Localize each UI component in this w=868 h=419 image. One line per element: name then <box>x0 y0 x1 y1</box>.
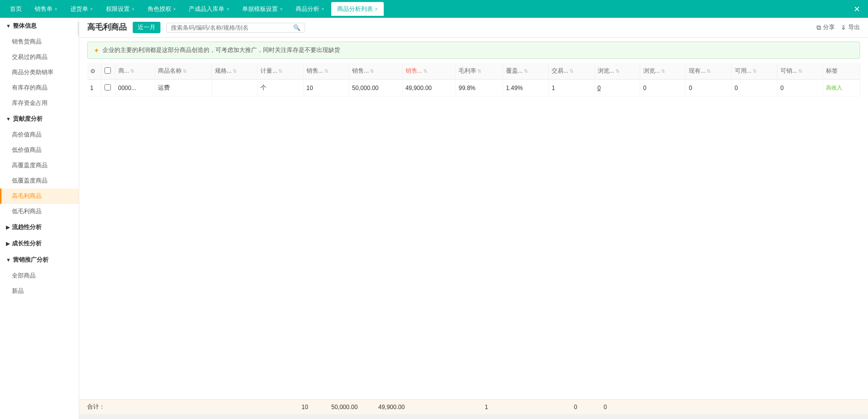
nav-tab-product[interactable]: 产成品入库单 × <box>183 2 235 16</box>
sidebar-item-stock-capital[interactable]: 库存资金占用 <box>0 95 79 111</box>
sidebar-item-traded-goods[interactable]: 交易过的商品 <box>0 49 79 65</box>
info-icon: ✦ <box>94 47 100 54</box>
nav-tab-purchase[interactable]: 进货单 × <box>64 2 99 16</box>
sidebar-group-overview-label: 整体信息 <box>13 22 37 30</box>
nav-tab-analysis-label: 商品分析 <box>296 5 319 13</box>
sidebar-group-trend-label: 流趋性分析 <box>12 223 42 232</box>
nav-home[interactable]: 首页 <box>4 2 28 16</box>
nav-home-label: 首页 <box>10 5 22 13</box>
sidebar-item-in-stock[interactable]: 有库存的商品 <box>0 80 79 95</box>
sidebar-item-high-value[interactable]: 高价值商品 <box>0 127 79 142</box>
col-spec[interactable]: 规格...⇅ <box>212 63 257 80</box>
nav-tab-template-close[interactable]: × <box>280 6 283 12</box>
sidebar-item-all-goods[interactable]: 全部商品 <box>0 268 79 283</box>
arrow-right-icon: ▶ <box>6 225 10 230</box>
sidebar-item-low-coverage[interactable]: 低覆盖度商品 <box>0 173 79 188</box>
col-browse1[interactable]: 浏览...⇅ <box>594 63 640 80</box>
sidebar-item-high-coverage[interactable]: 高覆盖度商品 <box>0 158 79 173</box>
col-available-stock[interactable]: 可用...⇅ <box>731 63 777 80</box>
cell-spec <box>212 80 257 96</box>
footer-sales-cost: 49,900.00 <box>378 404 425 411</box>
sidebar-item-new-goods[interactable]: 新品 <box>0 283 79 299</box>
footer-sales-amount: 50,000.00 <box>331 404 378 411</box>
nav-tab-permission[interactable]: 权限设置 × <box>100 2 141 16</box>
col-name[interactable]: 商品名称⇅ <box>155 63 212 80</box>
cell-available-stock: 0 <box>731 80 777 96</box>
sidebar-group-trend[interactable]: ▶ 流趋性分析 <box>0 219 79 235</box>
cell-name: 运费 <box>155 80 212 96</box>
table-wrap: ⚙ 商...⇅ 商品名称⇅ 规格...⇅ 计量...⇅ 销售...⇅ 销售...… <box>79 63 868 399</box>
nav-tab-role[interactable]: 角色授权 × <box>142 2 182 16</box>
sidebar-group-growth-label: 成长性分析 <box>12 239 42 248</box>
sidebar-item-category-rate[interactable]: 商品分类助销率 <box>0 65 79 80</box>
col-transaction[interactable]: 交易...⇅ <box>549 63 594 80</box>
col-sales-cost[interactable]: 销售...⇅ <box>402 63 456 80</box>
export-button[interactable]: ⇓ 导出 <box>841 23 860 32</box>
col-sales-amount[interactable]: 销售...⇅ <box>349 63 403 80</box>
search-icon[interactable]: 🔍 <box>293 24 301 31</box>
arrow-right-icon2: ▶ <box>6 241 10 246</box>
footer-sales-qty: 10 <box>302 404 331 411</box>
main-layout: « ▼ 整体信息 销售货商品 交易过的商品 商品分类助销率 有库存的商品 库存资… <box>0 18 868 419</box>
info-banner: ✦ 企业的主要的利润都是这部分商品创造的，可考虑加大推广，同时关注库存是不要出现… <box>87 42 860 59</box>
cell-current-stock: 0 <box>686 80 731 96</box>
sidebar-group-marketing[interactable]: ▼ 营销推广分析 <box>0 252 79 268</box>
nav-tab-analysis-list-close[interactable]: × <box>375 6 378 12</box>
col-tag[interactable]: 标签 <box>823 63 860 80</box>
nav-tab-sales[interactable]: 销售单 × <box>29 2 63 16</box>
sidebar-item-low-value[interactable]: 低价值商品 <box>0 142 79 158</box>
cell-sales-qty: 10 <box>303 80 349 96</box>
col-current-stock[interactable]: 现有...⇅ <box>686 63 731 80</box>
nav-tab-template[interactable]: 单据模板设置 × <box>236 2 289 16</box>
col-browse2[interactable]: 浏览...⇅ <box>640 63 685 80</box>
export-icon: ⇓ <box>841 24 846 31</box>
share-button[interactable]: ⧉ 分享 <box>817 23 835 32</box>
sidebar-group-contribution[interactable]: ▼ 贡献度分析 <box>0 111 79 127</box>
share-icon: ⧉ <box>817 24 821 32</box>
cell-tag: 高收入 <box>823 80 860 96</box>
cell-browse1[interactable]: 0 <box>594 80 640 96</box>
table-header-row: ⚙ 商...⇅ 商品名称⇅ 规格...⇅ 计量...⇅ 销售...⇅ 销售...… <box>87 63 860 80</box>
cell-sales-amount: 50,000.00 <box>349 80 403 96</box>
col-settings[interactable]: ⚙ <box>87 63 101 80</box>
nav-tab-analysis-list[interactable]: 商品分析列表 × <box>331 2 384 16</box>
sidebar-item-low-margin[interactable]: 低毛利商品 <box>0 204 79 219</box>
cell-transaction: 1 <box>549 80 594 96</box>
export-label: 导出 <box>848 23 860 32</box>
content-area: 高毛利商品 近一月 🔍 ⧉ 分享 ⇓ 导出 ✦ 企业的主要的利润都是这部分商品创… <box>79 18 868 419</box>
nav-tab-analysis[interactable]: 商品分析 × <box>290 2 330 16</box>
col-coverage[interactable]: 覆盖...⇅ <box>503 63 548 80</box>
bottom-scrollbar[interactable] <box>79 414 868 419</box>
sidebar-item-high-margin[interactable]: 高毛利商品 <box>0 188 79 204</box>
date-filter-button[interactable]: 近一月 <box>133 22 160 33</box>
col-code[interactable]: 商...⇅ <box>115 63 155 80</box>
col-unit[interactable]: 计量...⇅ <box>257 63 303 80</box>
sidebar-collapse-button[interactable]: « <box>78 22 79 36</box>
nav-tab-template-label: 单据模板设置 <box>242 5 278 13</box>
sidebar-group-growth[interactable]: ▶ 成长性分析 <box>0 235 79 252</box>
cell-checkbox[interactable] <box>101 80 115 96</box>
col-sellable-stock[interactable]: 可销...⇅ <box>777 63 822 80</box>
nav-tab-analysis-list-label: 商品分析列表 <box>337 5 373 13</box>
nav-tab-permission-close[interactable]: × <box>132 6 135 12</box>
nav-tab-product-close[interactable]: × <box>226 6 229 12</box>
arrow-down-icon: ▼ <box>6 23 11 29</box>
select-all-checkbox[interactable] <box>104 67 111 74</box>
sidebar-group-overview[interactable]: ▼ 整体信息 <box>0 18 79 34</box>
col-sales-qty[interactable]: 销售...⇅ <box>303 63 349 80</box>
nav-tab-analysis-close[interactable]: × <box>321 6 324 12</box>
footer-label: 合计： <box>87 403 196 411</box>
arrow-down-icon3: ▼ <box>6 257 11 263</box>
nav-tab-permission-label: 权限设置 <box>106 5 130 13</box>
search-input[interactable] <box>171 24 291 31</box>
sidebar-item-sales-goods[interactable]: 销售货商品 <box>0 34 79 49</box>
nav-tab-sales-close[interactable]: × <box>54 6 57 12</box>
top-nav: 首页 销售单 × 进货单 × 权限设置 × 角色授权 × 产成品入库单 × 单据… <box>0 0 868 18</box>
col-gross-margin[interactable]: 毛利率⇅ <box>456 63 503 80</box>
footer-transaction: 1 <box>485 404 514 411</box>
nav-close-all-button[interactable]: ✕ <box>850 4 864 14</box>
cell-sales-cost: 49,900.00 <box>402 80 456 96</box>
row-checkbox[interactable] <box>104 84 111 91</box>
nav-tab-purchase-close[interactable]: × <box>90 6 93 12</box>
nav-tab-role-close[interactable]: × <box>173 6 176 12</box>
